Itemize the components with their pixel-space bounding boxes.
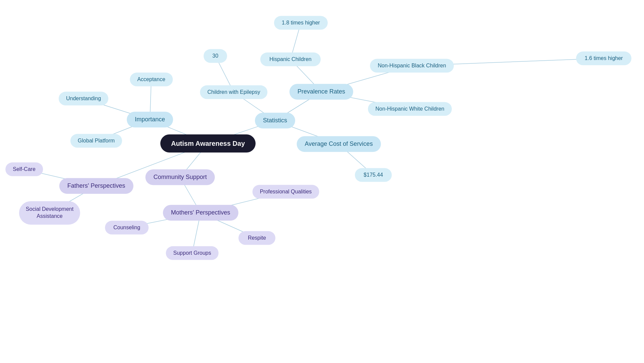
prevalence-rates-node: Prevalence Rates (289, 84, 353, 100)
hispanic-children-node: Hispanic Children (260, 53, 321, 66)
professional-qualities-node: Professional Qualities (253, 185, 319, 199)
global-platform-node: Global Platform (70, 134, 122, 148)
number-30-node: 30 (204, 49, 227, 63)
importance-node: Importance (127, 112, 173, 127)
acceptance-node: Acceptance (130, 73, 173, 86)
fathers-perspectives-node: Fathers' Perspectives (59, 178, 133, 194)
mothers-perspectives-node: Mothers' Perspectives (163, 205, 238, 221)
times-higher-16-node: 1.6 times higher (576, 52, 632, 65)
understanding-node: Understanding (59, 92, 108, 106)
social-dev-node: Social Development Assistance (19, 201, 80, 225)
non-hispanic-black-node: Non-Hispanic Black Children (370, 59, 454, 73)
times-higher-18-node: 1.8 times higher (274, 16, 328, 30)
counseling-node: Counseling (105, 221, 149, 235)
avg-cost-node: Average Cost of Services (297, 136, 381, 152)
non-hispanic-white-node: Non-Hispanic White Children (368, 102, 452, 116)
community-support-node: Community Support (145, 169, 215, 185)
respite-node: Respite (238, 231, 275, 245)
cost-value-node: $175.44 (355, 168, 392, 182)
children-epilepsy-node: Children with Epilepsy (200, 85, 267, 99)
statistics-node: Statistics (255, 113, 295, 128)
center-node: Autism Awareness Day (160, 134, 256, 153)
support-groups-node: Support Groups (166, 246, 219, 260)
self-care-node: Self-Care (5, 163, 43, 176)
